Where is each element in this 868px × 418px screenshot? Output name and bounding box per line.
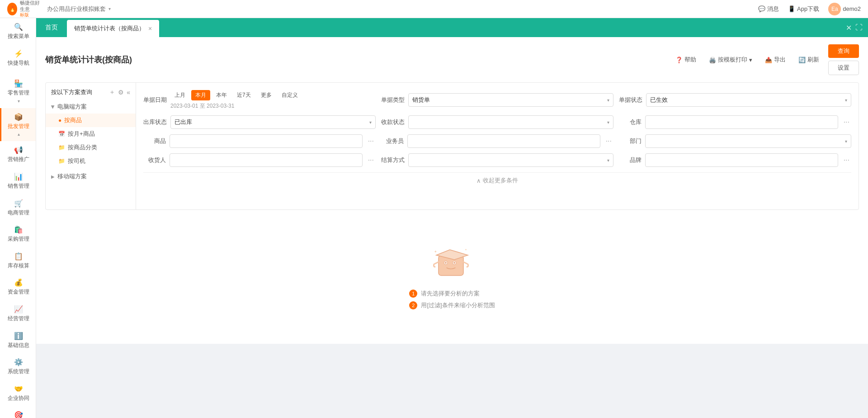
collection-select[interactable]: ▾ <box>408 115 613 129</box>
brand-input[interactable] <box>645 153 838 167</box>
scheme-item-by-product-category[interactable]: 📁 按商品分类 <box>46 141 136 154</box>
sidebar-item-newbie[interactable]: 🎯 新手引导 <box>0 406 36 418</box>
warehouse-input[interactable] <box>645 115 838 129</box>
receiver-ellipsis[interactable]: ··· <box>366 156 376 164</box>
quick-nav-icon: ⚡ <box>14 49 23 58</box>
query-button[interactable]: 查询 <box>828 44 859 58</box>
doc-type-select[interactable]: 销货单 ▾ <box>408 93 613 107</box>
date-tab-more[interactable]: 更多 <box>257 90 276 100</box>
avatar: Ea <box>828 3 841 15</box>
search-menu-icon: 🔍 <box>14 23 23 31</box>
filter-field-doc-status: 单据状态 已生效 ▾ <box>619 90 851 110</box>
refresh-button[interactable]: 🔄 刷新 <box>795 54 823 66</box>
sidebar-item-finance[interactable]: 💰 资金管理 <box>0 274 36 300</box>
outbound-select[interactable]: 已出库 ▾ <box>170 115 376 129</box>
empty-illustration: ✦ ✦ <box>429 237 475 282</box>
tab-window-controls: ✕ ⛶ <box>840 18 868 37</box>
scheme-item-by-month-product[interactable]: 📅 按月+商品 <box>46 127 136 141</box>
date-tab-this-year[interactable]: 本年 <box>212 90 231 100</box>
svg-text:✦: ✦ <box>465 248 467 251</box>
tab-active-report[interactable]: 销货单统计计表（按商品） × <box>67 20 159 37</box>
date-tab-this-month[interactable]: 本月 <box>191 90 210 100</box>
salesperson-ellipsis[interactable]: ··· <box>604 137 613 145</box>
filter-field-date: 单据日期 上月 本月 本年 近7天 更多 自定义 <box>143 90 376 110</box>
sidebar-item-wholesale[interactable]: 📦 批发管理 ▴ <box>0 108 36 142</box>
scheme-panel: 按以下方案查询 ＋ ⚙ « ▶ <box>46 83 136 209</box>
newbie-icon: 🎯 <box>14 411 23 418</box>
sidebar-item-inventory[interactable]: 📋 库存核算 <box>0 247 36 274</box>
sidebar-item-system[interactable]: ⚙️ 系统管理 <box>0 353 36 380</box>
filter-field-warehouse: 仓库 ··· <box>619 115 851 129</box>
filter-row-1: 单据日期 上月 本月 本年 近7天 更多 自定义 <box>143 90 851 110</box>
sales-icon: 📊 <box>14 172 23 181</box>
scheme-item-by-product[interactable]: ● 按商品 <box>46 114 136 127</box>
message-button[interactable]: 💬 消息 <box>758 5 779 13</box>
settlement-select[interactable]: ▾ <box>408 153 613 167</box>
scheme-group-pc-header[interactable]: ▶ 电脑端方案 <box>46 100 136 114</box>
sidebar-item-enterprise-coop[interactable]: 🤝 企业协同 <box>0 380 36 407</box>
sidebar-item-operation[interactable]: 📈 经营管理 <box>0 300 36 327</box>
date-tab-last-month[interactable]: 上月 <box>170 90 189 100</box>
sidebar-item-retail[interactable]: 🏪 零售管理 ▾ <box>0 75 36 108</box>
inner-content: 销货单统计计表(按商品) ❓ 帮助 🖨️ 按模板打印 ▾ 📤 <box>36 37 868 344</box>
tip-num-2: 2 <box>409 301 417 309</box>
sidebar-item-purchase[interactable]: 🛍️ 采购管理 <box>0 221 36 247</box>
collapse-icon: ∧ <box>476 177 481 184</box>
page-actions: ❓ 帮助 🖨️ 按模板打印 ▾ 📤 导出 � <box>672 44 859 75</box>
scheme-add-icon[interactable]: ＋ <box>109 88 115 96</box>
help-button[interactable]: ❓ 帮助 <box>672 54 700 66</box>
print-button[interactable]: 🖨️ 按模板打印 ▾ <box>705 54 756 66</box>
filter-field-doc-type: 单据类型 销货单 ▾ <box>381 90 613 110</box>
doc-status-select[interactable]: 已生效 ▾ <box>646 93 851 107</box>
sidebar-item-search-menu[interactable]: 🔍 搜索菜单 <box>0 18 36 45</box>
sidebar-item-quick-nav[interactable]: ⚡ 快捷导航 <box>0 45 36 71</box>
department-select[interactable]: ▾ <box>645 134 851 148</box>
sidebar-item-basic[interactable]: ℹ️ 基础信息 <box>0 327 36 354</box>
page-title-row: 销货单统计计表(按商品) ❓ 帮助 🖨️ 按模板打印 ▾ 📤 <box>45 44 859 75</box>
svg-point-2 <box>445 262 447 264</box>
export-button[interactable]: 📤 导出 <box>761 54 789 66</box>
content-area: 首页 销货单统计计表（按商品） × ✕ ⛶ 销货单统计计表(按商品) ❓ <box>36 18 868 418</box>
system-icon: ⚙️ <box>14 358 23 366</box>
brand-ellipsis[interactable]: ··· <box>842 156 851 164</box>
tab-close-button[interactable]: × <box>148 25 152 32</box>
help-icon: ❓ <box>675 57 683 63</box>
sidebar-item-ecommerce[interactable]: 🛒 电商管理 <box>0 195 36 221</box>
date-tab-custom[interactable]: 自定义 <box>278 90 302 100</box>
app-download-button[interactable]: 📱 App下载 <box>788 5 819 13</box>
empty-state: ✦ ✦ 1 请先选择要分析的方案 2 用[过滤]条件来缩小分析范围 <box>45 210 859 337</box>
collapse-bar[interactable]: ∧ 收起更多条件 <box>143 172 851 188</box>
logo-text: 畅捷信好生意 标版 <box>20 0 43 17</box>
collection-dropdown-icon: ▾ <box>607 120 609 125</box>
scheme-item-by-month-product-icon: 📅 <box>58 131 65 137</box>
sidebar-item-marketing[interactable]: 📢 营销推广 <box>0 141 36 168</box>
tab-spacer <box>159 18 840 37</box>
settings-button[interactable]: 设置 <box>828 61 859 75</box>
warehouse-ellipsis[interactable]: ··· <box>842 118 851 126</box>
scheme-collapse-icon[interactable]: « <box>127 89 130 96</box>
salesperson-input[interactable] <box>407 134 600 148</box>
doc-type-dropdown-icon: ▾ <box>607 98 609 103</box>
export-icon: 📤 <box>765 57 772 63</box>
scheme-group-mobile-header[interactable]: ▶ 移动端方案 <box>46 170 136 183</box>
date-tab-7days[interactable]: 近7天 <box>233 90 255 100</box>
app-download-icon: 📱 <box>788 5 795 12</box>
breadcrumb-dropdown-icon[interactable]: ▾ <box>108 6 111 11</box>
receiver-input[interactable] <box>170 153 363 167</box>
scheme-settings-icon[interactable]: ⚙ <box>118 89 124 96</box>
filter-row-3: 商品 ··· 业务员 ··· 部门 <box>143 134 851 148</box>
user-profile[interactable]: Ea demo2 <box>828 3 861 15</box>
tab-window-close-btn[interactable]: ✕ <box>846 24 852 32</box>
scheme-item-by-cashier[interactable]: 📁 按司机 <box>46 154 136 168</box>
sidebar-item-sales[interactable]: 📊 销售管理 <box>0 168 36 195</box>
sidebar: 🔍 搜索菜单 ⚡ 快捷导航 🏪 零售管理 ▾ 📦 批发管理 ▴ 📢 营销推广 📊… <box>0 18 36 418</box>
product-input[interactable] <box>170 134 363 148</box>
product-ellipsis[interactable]: ··· <box>366 137 376 145</box>
tab-window-maximize-btn[interactable]: ⛶ <box>855 24 863 32</box>
scheme-group-mobile-arrow: ▶ <box>51 174 55 179</box>
tab-bar: 首页 销货单统计计表（按商品） × ✕ ⛶ <box>36 18 868 37</box>
tab-home[interactable]: 首页 <box>36 18 67 37</box>
wholesale-expand-icon: ▴ <box>18 132 20 137</box>
filter-field-collection: 收款状态 ▾ <box>381 115 613 129</box>
breadcrumb[interactable]: 办公用品行业模拟账套 ▾ <box>43 5 758 13</box>
